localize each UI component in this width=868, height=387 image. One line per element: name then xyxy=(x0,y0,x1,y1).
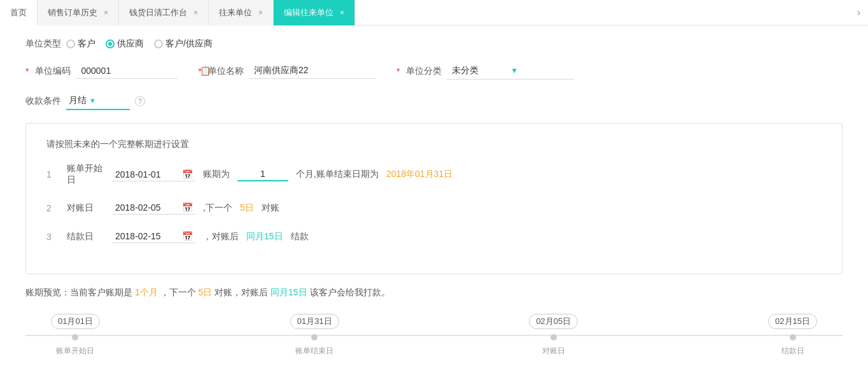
timeline-node-0: 01月01日 账单开始日 xyxy=(51,314,100,356)
tab-edit-partner-close[interactable]: × xyxy=(340,8,344,17)
timeline-node-1: 01月31日 账单结束日 xyxy=(290,314,339,356)
radio-customer-circle xyxy=(66,39,75,48)
unit-type-field: 单位类型 客户 供应商 客户/供应商 xyxy=(25,38,213,50)
preview-prefix: 账期预览：当前客户账期是 xyxy=(25,287,132,297)
preview-middle2: 对账，对账后 xyxy=(214,287,268,297)
tab-partner-units[interactable]: 往来单位 × xyxy=(209,0,274,25)
tab-edit-partner[interactable]: 编辑往来单位 × xyxy=(274,0,355,25)
setting-num-3: 3 xyxy=(46,232,59,242)
setting-num-1: 1 xyxy=(46,169,59,179)
radio-supplier[interactable]: 供应商 xyxy=(106,38,144,50)
unit-category-label: 单位分类 xyxy=(406,66,442,77)
setting-highlight-2: 5日 xyxy=(240,202,254,214)
setting-desc-suffix-3: 结款 xyxy=(291,231,309,243)
timeline-date-0: 01月01日 xyxy=(51,314,100,329)
unit-category-select[interactable]: 未分类 ▼ xyxy=(447,62,574,80)
calendar-icon-3[interactable]: 📅 xyxy=(182,231,193,241)
timeline-type-3: 结款日 xyxy=(781,346,804,356)
setting-label-2: 对账日 xyxy=(67,202,105,214)
setting-label-3: 结款日 xyxy=(67,231,105,243)
radio-both-circle xyxy=(154,39,163,48)
setting-row-3: 3 结款日 📅 ，对账后 同月15日 结款 xyxy=(46,230,822,243)
date-field-1[interactable] xyxy=(115,169,182,179)
payment-help-icon[interactable]: ? xyxy=(135,96,145,106)
tab-sales-order-history-close[interactable]: × xyxy=(104,8,108,17)
payment-condition-select[interactable]: 月结 ▼ xyxy=(66,92,130,110)
main-content: 单位类型 客户 供应商 客户/供应商 * 单位编码 xyxy=(0,25,868,387)
timeline-type-1: 账单结束日 xyxy=(295,346,333,356)
calendar-icon-1[interactable]: 📅 xyxy=(182,169,193,179)
tab-edit-partner-label: 编辑往来单位 xyxy=(284,7,333,18)
unit-name-star: * xyxy=(198,66,201,76)
category-dropdown-icon: ▼ xyxy=(510,66,569,75)
unit-type-label: 单位类型 xyxy=(25,38,61,50)
setting-num-2: 2 xyxy=(46,203,59,213)
timeline-date-3: 02月15日 xyxy=(768,314,817,329)
preview-middle: ，下一个 xyxy=(160,287,196,297)
unit-category-field: * 单位分类 未分类 ▼ xyxy=(396,62,574,80)
date-field-3[interactable] xyxy=(115,231,182,241)
tab-sales-order-history[interactable]: 销售订单历史 × xyxy=(38,0,119,25)
tabs-bar: 首页 销售订单历史 × 钱货日清工作台 × 往来单位 × 编辑往来单位 × › xyxy=(0,0,868,25)
setting-highlight-3: 同月15日 xyxy=(246,231,283,243)
unit-code-star: * xyxy=(25,66,29,76)
timeline-dot-1 xyxy=(311,334,318,341)
tab-partner-units-close[interactable]: × xyxy=(258,8,263,17)
radio-customer[interactable]: 客户 xyxy=(66,38,95,50)
timeline-dot-0 xyxy=(72,334,78,341)
date-input-1: 📅 xyxy=(113,168,195,181)
timeline-dot-2 xyxy=(550,334,557,341)
setting-highlight-1: 2018年01月31日 xyxy=(386,169,452,180)
tab-cash-work[interactable]: 钱货日清工作台 × xyxy=(119,0,209,25)
date-field-2[interactable] xyxy=(115,202,182,213)
radio-supplier-label: 供应商 xyxy=(117,38,144,50)
payment-condition-label: 收款条件 xyxy=(25,95,61,107)
unit-code-field: * 单位编码 📋 xyxy=(25,63,178,79)
unit-code-label: 单位编码 xyxy=(35,66,71,77)
preview-suffix: 该客户会给我打款。 xyxy=(310,287,390,297)
unit-type-radio-group: 客户 供应商 客户/供应商 xyxy=(66,38,213,50)
payment-condition-row: 收款条件 月结 ▼ ? xyxy=(25,92,843,110)
timeline-node-2: 02月05日 对账日 xyxy=(529,314,578,356)
timeline-type-0: 账单开始日 xyxy=(56,346,94,356)
setting-desc-prefix-1: 账期为 xyxy=(203,169,230,180)
payment-condition-chevron-icon: ▼ xyxy=(89,97,96,104)
tab-home-label: 首页 xyxy=(10,7,27,18)
setting-desc-prefix-2: ,下一个 xyxy=(203,202,232,214)
unit-name-label: 单位名称 xyxy=(208,66,244,77)
tab-partner-units-label: 往来单位 xyxy=(219,7,252,18)
preview-part3: 同月15日 xyxy=(270,287,307,297)
timeline-nodes: 01月01日 账单开始日 01月31日 账单结束日 02月05日 对账日 02月… xyxy=(51,314,817,356)
setting-label-1: 账单开始日 xyxy=(67,163,105,186)
timeline-date-2: 02月05日 xyxy=(529,314,578,329)
unit-info-row: * 单位编码 📋 * 单位名称 * 单位分类 未分类 ▼ xyxy=(25,62,843,80)
settings-box: 请按照未来的一个完整帐期进行设置 1 账单开始日 📅 账期为 个月,账单结束日期… xyxy=(25,123,843,274)
setting-row-2: 2 对账日 📅 ,下一个 5日 对账 xyxy=(46,201,822,215)
unit-code-input[interactable] xyxy=(76,63,197,78)
setting-row-1: 1 账单开始日 📅 账期为 个月,账单结束日期为 2018年01月31日 xyxy=(46,163,822,186)
timeline: 01月01日 账单开始日 01月31日 账单结束日 02月05日 对账日 02月… xyxy=(25,314,843,356)
calendar-icon-2[interactable]: 📅 xyxy=(182,202,193,213)
unit-code-input-wrap: 📋 xyxy=(76,63,178,79)
period-input[interactable] xyxy=(237,167,288,181)
unit-category-star: * xyxy=(396,66,400,76)
unit-type-row: 单位类型 客户 供应商 客户/供应商 xyxy=(25,38,843,50)
tab-cash-work-close[interactable]: × xyxy=(193,8,198,17)
payment-condition-value: 月结 xyxy=(69,95,87,106)
setting-desc-suffix-1: 个月,账单结束日期为 xyxy=(296,169,379,180)
date-input-3: 📅 xyxy=(113,230,195,243)
radio-supplier-circle xyxy=(106,39,115,48)
unit-name-input[interactable] xyxy=(249,63,376,79)
unit-name-field: * 单位名称 xyxy=(198,63,375,79)
setting-desc-prefix-3: ，对账后 xyxy=(203,231,239,243)
tab-cash-work-label: 钱货日清工作台 xyxy=(129,7,187,18)
tab-home[interactable]: 首页 xyxy=(0,0,38,25)
timeline-date-1: 01月31日 xyxy=(290,314,339,329)
tab-sales-order-history-label: 销售订单历史 xyxy=(48,7,97,18)
radio-customer-label: 客户 xyxy=(78,38,95,50)
radio-both[interactable]: 客户/供应商 xyxy=(154,38,213,50)
preview-part1: 1个月 xyxy=(135,287,158,297)
radio-both-label: 客户/供应商 xyxy=(165,38,213,50)
timeline-node-3: 02月15日 结款日 xyxy=(768,314,817,356)
tabs-more-button[interactable]: › xyxy=(850,7,868,18)
